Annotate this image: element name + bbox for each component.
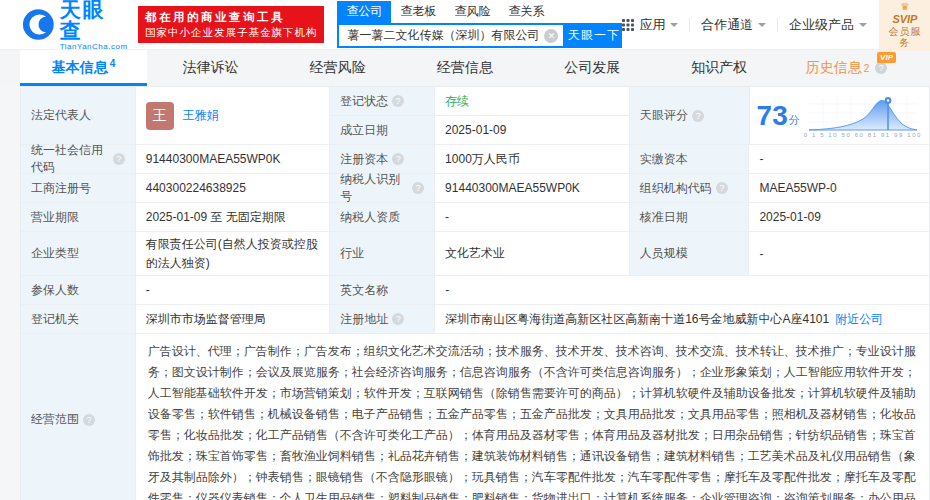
approval-date-label: 核准日期 (630, 203, 750, 231)
table-row: 工商注册号 440300224638925 纳税人识别号? 91440300MA… (21, 174, 929, 203)
table-row: 登记机关 深圳市市场监督管理局 注册地址? 深圳市南山区粤海街道高新区社区高新南… (21, 305, 929, 334)
business-scope-value: 广告设计、代理；广告制作；广告发布；组织文化艺术交流活动；技术服务、技术开发、技… (136, 334, 929, 500)
svip-service-label: 会员服务 (888, 26, 922, 49)
taxpayer-qual-value: - (435, 203, 630, 231)
help-icon[interactable]: ? (412, 182, 424, 194)
legal-rep-value: 王 王雅娟 (136, 87, 330, 144)
tab-legal-label: 法律诉讼 (183, 59, 239, 77)
establish-date-value: 2025-01-09 (435, 116, 630, 144)
nav-divider (777, 18, 778, 32)
table-row: 参保人数 - 英文名称 - (21, 276, 929, 305)
tab-basic-label: 基本信息 (52, 59, 108, 77)
score-value: 73 (757, 102, 788, 130)
tab-development-label: 公司发展 (564, 59, 620, 77)
search-tab-risk[interactable]: 查风险 (445, 1, 499, 23)
search-tab-relation[interactable]: 查关系 (499, 1, 553, 23)
search-tab-company[interactable]: 查公司 (337, 1, 391, 23)
help-icon[interactable]: ? (392, 95, 404, 107)
tab-operation-info[interactable]: 经营信息 (401, 50, 528, 86)
establish-date-label: 成立日期 (330, 116, 435, 144)
tab-company-development[interactable]: 公司发展 (529, 50, 656, 86)
score-label: 天眼评分 ? (630, 87, 750, 144)
table-row: 法定代表人 王 王雅娟 登记状态 ? 存续 成立日期 2025-01 (21, 87, 929, 145)
reg-status-label: 登记状态 ? (330, 87, 435, 115)
apps-grid-icon (622, 19, 634, 31)
slogan-line-2: 国家中小企业发展子基金旗下机构 (145, 25, 318, 39)
english-name-label: 英文名称 (330, 276, 435, 304)
approval-date-value: 2025-01-09 (749, 203, 929, 231)
search-tab-boss[interactable]: 查老板 (391, 1, 445, 23)
legal-rep-name-link[interactable]: 王雅娟 (183, 107, 219, 124)
clear-search-icon[interactable]: ✕ (544, 29, 558, 43)
crown-icon: ♛ (900, 1, 909, 12)
avatar[interactable]: 王 (146, 102, 174, 130)
search-button[interactable]: 天眼一下 (565, 23, 622, 48)
nav-enterprise-products[interactable]: 企业级产品 (789, 16, 867, 34)
help-icon[interactable]: ? (392, 313, 404, 325)
basic-info-card: 法定代表人 王 王雅娟 登记状态 ? 存续 成立日期 2025-01 (20, 86, 930, 500)
reg-number-value: 440300224638925 (136, 174, 331, 202)
table-row: 统一社会信用代码? 91440300MAEA55WP0K 注册资本? 1000万… (21, 145, 929, 174)
score-distribution-chart: 0 1 5 10 50 60 81 91 99 100 (804, 94, 922, 138)
reg-capital-label: 注册资本? (330, 145, 435, 173)
help-icon[interactable]: ? (875, 62, 887, 74)
business-term-value: 2025-01-09 至 无固定期限 (136, 203, 331, 231)
nav-cooperation[interactable]: 合作通道 (701, 16, 766, 34)
credit-code-value: 91440300MAEA55WP0K (136, 145, 331, 173)
taxpayer-id-label: 纳税人识别号? (330, 174, 435, 202)
table-row: 企业类型 有限责任公司(自然人投资或控股的法人独资) 行业 文化艺术业 人员规模… (21, 232, 929, 276)
search-area: 查公司 查老板 查风险 查关系 ✕ 天眼一下 (337, 1, 622, 48)
insured-count-value: - (136, 276, 331, 304)
svip-member-badge[interactable]: ♛ SVIP 会员服务 (879, 0, 930, 51)
search-tabs: 查公司 查老板 查风险 查关系 (337, 1, 622, 23)
staff-size-value: - (749, 232, 929, 275)
nearby-companies-link[interactable]: 附近公司 (835, 311, 883, 328)
registry-authority-value: 深圳市市场监督管理局 (136, 305, 331, 333)
tab-history-info[interactable]: VIP 历史信息 2 ? (783, 50, 910, 86)
slogan-line-1: 都在用的商业查询工具 (145, 10, 318, 26)
business-term-label: 营业期限 (21, 203, 136, 231)
tab-ip-label: 知识产权 (691, 59, 747, 77)
org-code-value: MAEA55WP-0 (749, 174, 929, 202)
tianyan-score[interactable]: 73 分 (750, 87, 929, 144)
tab-basic-count: 4 (110, 58, 116, 69)
taxpayer-qual-label: 纳税人资质 (330, 203, 435, 231)
help-icon[interactable]: ? (113, 153, 125, 165)
industry-label: 行业 (330, 232, 435, 275)
tab-history-count: 2 (864, 63, 870, 74)
company-type-label: 企业类型 (21, 232, 136, 275)
help-icon[interactable]: ? (83, 414, 95, 426)
nav-apps[interactable]: 应用 (622, 16, 678, 34)
search-box: ✕ (337, 23, 565, 48)
tianyancha-logo[interactable]: 天眼查 TianYanCha.com (22, 0, 128, 51)
reg-address-value: 深圳市南山区粤海街道高新区社区高新南十道16号金地威新中心A座4101 附近公司 (435, 305, 929, 333)
nav-divider (689, 18, 690, 32)
table-row: 经营范围? 广告设计、代理；广告制作；广告发布；组织文化艺术交流活动；技术服务、… (21, 334, 929, 500)
company-type-value: 有限责任公司(自然人投资或控股的法人独资) (136, 232, 331, 275)
paid-capital-value: - (749, 145, 929, 173)
help-icon[interactable]: ? (716, 182, 728, 194)
top-header: 天眼查 TianYanCha.com 都在用的商业查询工具 国家中小企业发展子基… (0, 0, 930, 50)
nav-cooperation-label: 合作通道 (701, 16, 753, 34)
business-scope-label: 经营范围? (21, 334, 136, 500)
table-row: 营业期限 2025-01-09 至 无固定期限 纳税人资质 - 核准日期 202… (21, 203, 929, 232)
tab-basic-info[interactable]: 基本信息 4 (20, 50, 147, 86)
score-unit: 分 (789, 113, 800, 128)
reg-address-label: 注册地址? (330, 305, 435, 333)
help-icon[interactable]: ? (392, 153, 404, 165)
brand-name: 天眼查 (60, 0, 128, 41)
tab-business-risk[interactable]: 经营风险 (274, 50, 401, 86)
tab-legal-proceedings[interactable]: 法律诉讼 (147, 50, 274, 86)
tab-risk-label: 经营风险 (310, 59, 366, 77)
org-code-label: 组织机构代码? (630, 174, 750, 202)
chevron-down-icon (859, 23, 867, 31)
tab-intellectual-property[interactable]: 知识产权 (656, 50, 783, 86)
legal-rep-label: 法定代表人 (21, 87, 136, 144)
reg-number-label: 工商注册号 (21, 174, 136, 202)
nav-apps-label: 应用 (639, 16, 665, 34)
taxpayer-id-value: 91440300MAEA55WP0K (435, 174, 630, 202)
help-icon[interactable]: ? (692, 110, 704, 122)
insured-count-label: 参保人数 (21, 276, 136, 304)
search-input[interactable] (347, 29, 544, 43)
paid-capital-label: 实缴资本 (630, 145, 750, 173)
